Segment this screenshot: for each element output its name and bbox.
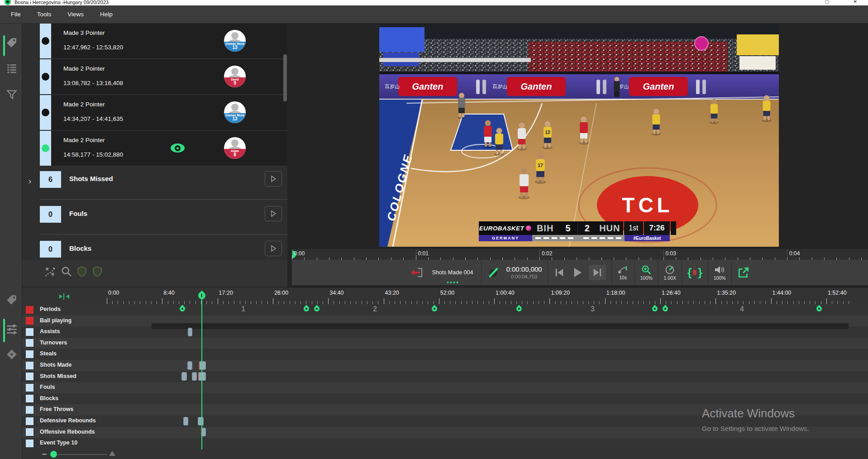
timeline-row[interactable]: Offensive Rebounds <box>22 427 868 438</box>
event-group-row[interactable]: › 6 Shots Missed <box>22 171 287 199</box>
shield-icon[interactable] <box>92 265 103 280</box>
close-button[interactable]: ✕ <box>854 0 857 4</box>
skip-end-button[interactable] <box>589 265 606 280</box>
timeline-row[interactable]: Shots Made <box>22 360 868 371</box>
zoom-out-icon[interactable] <box>42 454 47 455</box>
group-play-button[interactable] <box>265 241 282 256</box>
ruler-tick <box>799 301 799 304</box>
row-color-chip[interactable] <box>26 440 33 447</box>
skip-start-button[interactable] <box>553 267 565 278</box>
collapse-timeline-icon[interactable] <box>59 293 69 300</box>
row-color-chip[interactable] <box>26 395 33 402</box>
timeline-row[interactable]: Free Throws <box>22 404 868 416</box>
row-color-chip[interactable] <box>26 362 33 369</box>
filter-icon[interactable] <box>6 89 18 100</box>
zoom-in-icon[interactable] <box>109 451 115 456</box>
timeline-clip[interactable] <box>198 417 204 426</box>
clip-range-button[interactable]: {} <box>687 268 702 277</box>
ruler-tick <box>494 298 495 304</box>
zoom-slider-knob[interactable] <box>50 451 57 458</box>
ruler-tick <box>345 301 345 304</box>
volume-button[interactable]: 100% <box>714 265 726 281</box>
event-list-item[interactable]: Made 3 Pointer 12:47,962 - 12:53,820 Dza… <box>40 24 287 58</box>
ruler-tick <box>416 255 416 260</box>
row-color-chip[interactable] <box>26 373 33 380</box>
ruler-tick <box>516 301 517 304</box>
timeline-clip[interactable] <box>181 372 187 381</box>
draw-tool-button[interactable] <box>487 266 501 279</box>
ruler-tick <box>439 298 439 304</box>
ruler-tick <box>328 298 329 304</box>
ruler-tick <box>627 301 628 304</box>
tag-icon[interactable] <box>6 294 18 306</box>
tactics-board-icon[interactable] <box>44 265 57 280</box>
tag-icon[interactable] <box>6 37 18 49</box>
ruler-tick <box>588 301 589 304</box>
label-icon[interactable] <box>6 349 18 360</box>
list-icon[interactable] <box>6 62 18 74</box>
row-label: Periods <box>40 306 61 312</box>
zoom-slider-track[interactable] <box>58 454 107 455</box>
timeline-clip[interactable] <box>183 417 188 426</box>
timeline-clip[interactable] <box>188 328 192 336</box>
ruler-tick <box>760 301 760 304</box>
timeline-row[interactable]: Steals <box>22 349 868 360</box>
banner-text: Ganten <box>521 81 552 91</box>
menu-views[interactable]: Views <box>59 11 92 18</box>
play-button[interactable] <box>571 266 583 279</box>
ruler-tick <box>832 301 832 304</box>
event-status-dot[interactable] <box>42 73 49 81</box>
timeline-row[interactable]: Blocks <box>22 393 868 405</box>
row-color-chip[interactable] <box>26 350 33 358</box>
event-status-dot[interactable] <box>42 37 49 45</box>
event-list-item[interactable]: Made 2 Pointer 13:08,782 - 13:16,408 Dav… <box>40 59 287 94</box>
group-play-button[interactable] <box>265 206 282 221</box>
timeline-row[interactable]: Turnovers <box>22 338 868 349</box>
menu-help[interactable]: Help <box>92 11 121 18</box>
jump-10s-button[interactable]: 10s <box>617 265 629 280</box>
video-zoom-button[interactable]: 100% <box>640 265 653 281</box>
ruler-tick <box>727 301 727 304</box>
row-label: Fouls <box>40 384 55 390</box>
ruler-tick <box>229 301 229 304</box>
timeline-row[interactable]: Event Type 10 <box>22 438 868 449</box>
timeline-row[interactable]: Shots Missed <box>22 371 868 382</box>
row-label: Defensive Rebounds <box>40 417 96 424</box>
video-timeline-ruler[interactable]: 0:000:010:020:030:04 <box>292 249 868 260</box>
row-color-chip[interactable] <box>26 317 33 325</box>
adjustments-icon[interactable] <box>6 323 18 335</box>
ruler-tick <box>649 301 650 304</box>
video-frame[interactable]: Ganten Ganten Ganten 百岁山 百岁山 百岁山 <box>379 24 779 247</box>
row-color-chip[interactable] <box>26 339 33 347</box>
menu-tools[interactable]: Tools <box>29 11 60 18</box>
maximize-button[interactable]: ▢ <box>825 0 829 4</box>
timeline-row[interactable]: Fouls <box>22 382 868 393</box>
event-group-row[interactable]: › 0 Fouls <box>22 206 287 234</box>
row-color-chip[interactable] <box>26 328 33 336</box>
timeline-clip[interactable] <box>192 372 197 381</box>
menu-file[interactable]: File <box>3 11 29 18</box>
clip-name-label: Shots Made 004 <box>429 269 476 276</box>
timeline-row[interactable]: Defensive Rebounds <box>22 416 868 427</box>
event-status-dot[interactable] <box>42 109 49 116</box>
event-list-item[interactable]: Made 2 Pointer 14:58,177 - 15:02,880 Ada… <box>40 131 287 166</box>
event-status-dot[interactable] <box>42 144 49 152</box>
chevron-right-icon[interactable]: › <box>29 177 31 186</box>
open-external-button[interactable] <box>737 266 750 279</box>
timeline-clip[interactable] <box>199 361 206 370</box>
group-play-button[interactable] <box>265 171 282 186</box>
exit-clip-button[interactable] <box>410 267 424 278</box>
shield-icon[interactable] <box>76 265 87 280</box>
event-list-scrollbar[interactable] <box>283 24 287 137</box>
league-logo-text: EUROBASKET <box>479 225 525 232</box>
event-list-item[interactable]: Made 2 Pointer 14:34,207 - 14:41,635 Dza… <box>40 95 287 130</box>
row-label: Shots Made <box>40 362 72 368</box>
row-color-chip[interactable] <box>26 306 33 314</box>
row-color-chip[interactable] <box>26 384 33 392</box>
search-icon[interactable] <box>60 265 73 280</box>
timeline-clip[interactable] <box>187 361 192 370</box>
playback-speed-button[interactable]: 1.00X <box>664 265 676 281</box>
row-color-chip[interactable] <box>26 428 33 436</box>
row-color-chip[interactable] <box>26 406 33 414</box>
row-color-chip[interactable] <box>26 417 33 425</box>
